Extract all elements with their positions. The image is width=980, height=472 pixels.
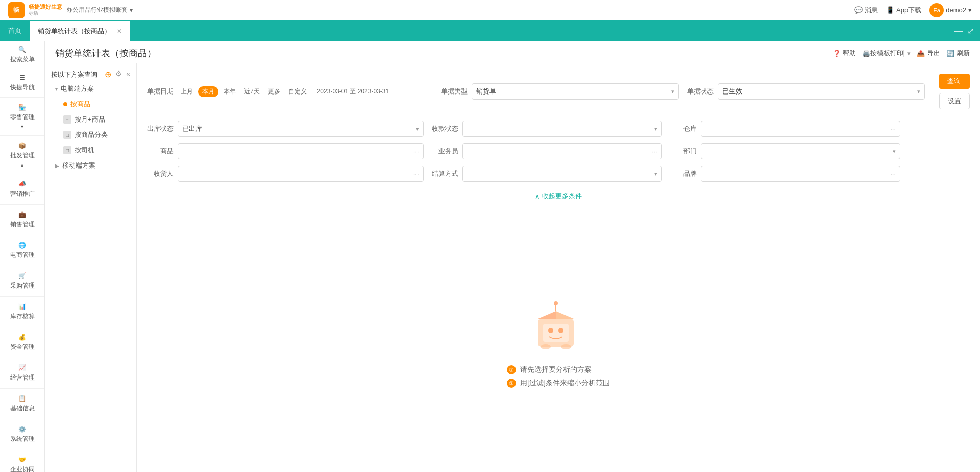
date-tab-custom[interactable]: 自定义 (285, 86, 310, 97)
filter-product: 商品 ··· (147, 142, 424, 160)
out-status-control[interactable]: 已出库 ▾ (178, 121, 424, 137)
empty-state-icon (528, 296, 589, 357)
wholesale-icon: 📦 (18, 142, 26, 149)
system-icon: ⚙️ (18, 426, 26, 433)
filter-area: 单据日期 上月 本月 本年 近7天 更多 自定义 20 (137, 63, 980, 211)
doc-type-control[interactable]: 销货单 ▾ (472, 83, 679, 100)
date-label: 单据日期 (147, 87, 178, 96)
product-dots-icon: ··· (413, 148, 419, 155)
print-arrow-icon[interactable]: ▾ (903, 50, 911, 57)
sidebar-item-system[interactable]: ⚙️ 系统管理 (0, 419, 44, 450)
retail-icon: 🏪 (18, 104, 26, 111)
collapse-filter-btn[interactable]: ∧ 收起更多条件 (157, 187, 960, 205)
print-btn[interactable]: 🖨️ 按模板打印 ▾ (862, 49, 911, 58)
sidebar-item-quicknav[interactable]: ☰ 快捷导航 (0, 69, 44, 98)
cashier-icon: □ (63, 146, 71, 154)
tab-maximize-icon[interactable]: ⤢ (967, 26, 974, 36)
operation-icon: 📈 (18, 364, 26, 371)
date-tab-last-month[interactable]: 上月 (178, 86, 196, 97)
out-status-label: 出库状态 (147, 124, 178, 133)
sidebar-item-marketing[interactable]: 📣 营销推广 (0, 174, 44, 205)
tree-sub-by-month-product[interactable]: ≡ 按月+商品 (45, 112, 136, 127)
warehouse-control[interactable]: ··· (701, 121, 900, 137)
sidebar-item-enterprise[interactable]: 🤝 企业协同 (0, 450, 44, 472)
tree-sub-by-cashier[interactable]: □ 按司机 (45, 143, 136, 158)
retail-arrow-icon: ▾ (21, 124, 23, 129)
tab-minimize-icon[interactable]: — (954, 26, 963, 36)
avatar: Ea (929, 3, 944, 17)
sidebar-item-search[interactable]: 🔍 搜索菜单 (0, 41, 44, 69)
empty-tip-2: ② 用[过滤]条件来缩小分析范围 (507, 379, 610, 388)
purchase-icon: 🛒 (18, 272, 26, 279)
app-download-btn[interactable]: 📱 App下载 (886, 6, 921, 15)
enterprise-icon: 🤝 (18, 456, 26, 463)
collapse-panel-icon[interactable]: « (126, 69, 130, 79)
user-avatar-btn[interactable]: Ea demo2 ▾ (929, 3, 972, 17)
brand-subtitle: 标版 (29, 10, 62, 16)
dropdown-arrow-icon: ▾ (130, 7, 133, 14)
sidebar-item-operation[interactable]: 📈 经营管理 (0, 358, 44, 389)
sidebar-item-inventory[interactable]: 📊 库存核算 (0, 297, 44, 327)
settings-btn[interactable]: 设置 (939, 93, 970, 109)
tree-item-mobile[interactable]: ▶ 移动端方案 (45, 158, 136, 173)
svg-point-9 (561, 344, 571, 349)
ecommerce-icon: 🌐 (18, 242, 26, 249)
settlement-chevron-icon: ▾ (654, 171, 657, 177)
date-tab-current-month[interactable]: 本月 (198, 86, 218, 97)
doc-status-control[interactable]: 已生效 ▾ (718, 83, 925, 100)
tree-item-pc[interactable]: ▾ 电脑端方案 (45, 81, 136, 97)
brand-label: 品牌 (670, 169, 701, 178)
salesperson-control[interactable]: ··· (462, 143, 662, 159)
export-btn[interactable]: 📤 导出 (917, 49, 940, 58)
refresh-btn[interactable]: 🔄 刷新 (946, 49, 970, 58)
tab-report[interactable]: 销货单统计表（按商品） ✕ (30, 21, 130, 41)
help-btn[interactable]: ❓ 帮助 (832, 49, 856, 58)
tree-sub-by-category[interactable]: □ 按商品分类 (45, 127, 136, 143)
receiver-control[interactable]: ··· (178, 166, 424, 182)
tab-home[interactable]: 首页 (0, 20, 30, 41)
sidebar-item-basic[interactable]: 📋 基础信息 (0, 389, 44, 419)
doc-type-chevron-icon: ▾ (671, 88, 674, 95)
product-control[interactable]: ··· (178, 143, 424, 159)
empty-illustration (528, 296, 589, 357)
payment-status-control[interactable]: ▾ (462, 121, 662, 137)
search-icon: 🔍 (18, 46, 26, 53)
scheme-header-icons: ⊕ ⚙ « (105, 69, 130, 79)
query-buttons: 查询 设置 (933, 67, 970, 115)
department-chevron-icon: ▾ (893, 148, 896, 155)
finance-icon: 💰 (18, 334, 26, 341)
settings-scheme-icon[interactable]: ⚙ (115, 69, 122, 79)
sidebar-item-retail[interactable]: 🏪 零售管理 ▾ (0, 98, 44, 136)
message-btn[interactable]: 💬 消息 (854, 6, 878, 15)
brand-control[interactable]: ··· (701, 166, 900, 182)
tree-sub-by-product[interactable]: 按商品 (45, 97, 136, 112)
department-control[interactable]: ▾ (701, 143, 900, 159)
filter-salesperson: 业务员 ··· (432, 142, 662, 160)
tab-close-icon[interactable]: ✕ (117, 28, 122, 35)
sidebar-item-ecommerce[interactable]: 🌐 电商管理 (0, 235, 44, 266)
sidebar-item-wholesale[interactable]: 📦 批发管理 ▴ (0, 136, 44, 174)
svg-point-5 (558, 328, 564, 333)
add-scheme-icon[interactable]: ⊕ (105, 69, 111, 79)
industry-selector[interactable]: 办公用品行业模拟账套 ▾ (66, 6, 133, 14)
sidebar-item-sales[interactable]: 💼 销售管理 (0, 205, 44, 235)
query-btn[interactable]: 查询 (939, 74, 970, 89)
app-icon: 📱 (886, 6, 894, 14)
filter-date: 单据日期 上月 本月 本年 近7天 更多 自定义 20 (147, 82, 433, 101)
date-tab-last-7[interactable]: 近7天 (241, 86, 263, 97)
receiver-dots-icon: ··· (413, 170, 419, 178)
sidebar-item-finance[interactable]: 💰 资金管理 (0, 327, 44, 358)
date-tab-more[interactable]: 更多 (265, 86, 283, 97)
export-icon: 📤 (917, 50, 925, 57)
user-name: demo2 (946, 6, 966, 14)
settlement-control[interactable]: ▾ (462, 166, 662, 182)
date-tab-current-year[interactable]: 本年 (220, 86, 239, 97)
doc-status-label: 单据状态 (687, 87, 718, 96)
sidebar-item-purchase[interactable]: 🛒 采购管理 (0, 266, 44, 297)
wholesale-arrow-icon: ▴ (21, 162, 23, 168)
filter-doc-status: 单据状态 已生效 ▾ (687, 82, 925, 101)
marketing-icon: 📣 (18, 180, 26, 187)
sales-icon: 💼 (18, 211, 26, 218)
salesperson-label: 业务员 (432, 147, 462, 156)
filter-department: 部门 ▾ (670, 142, 900, 160)
